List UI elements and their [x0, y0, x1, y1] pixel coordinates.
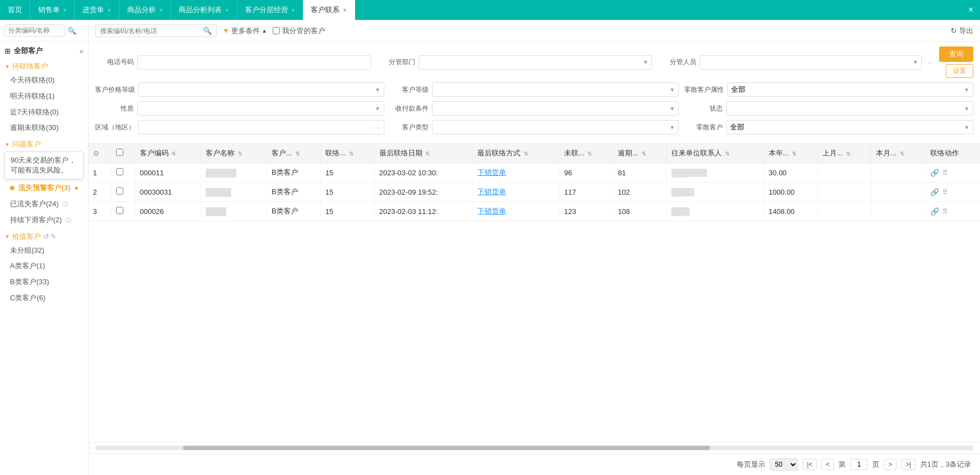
action-link-icon-2[interactable]: 🔗 — [930, 207, 939, 216]
cell-checkbox-1[interactable] — [111, 182, 135, 202]
th-this-month[interactable]: 本月... ⇅ — [872, 144, 925, 163]
action-more-icon-1[interactable]: ⠿ — [942, 188, 948, 196]
th-last-contact-date[interactable]: 最后联络日期 ⇅ — [374, 144, 473, 163]
sidebar-item-c-class[interactable]: C类客户(6) — [0, 290, 88, 306]
filter-zero-customer-select[interactable]: 全部 ▼ — [726, 120, 973, 134]
last-page-button[interactable]: >| — [901, 459, 915, 470]
tab-analysis-list[interactable]: 商品分析列表 × — [171, 0, 237, 20]
th-last-contact-type[interactable]: 最后联络方式 ⇅ — [473, 144, 560, 163]
sidebar-group-problem[interactable]: ▼ 问题客户 — [0, 136, 88, 150]
filter-phone-input[interactable] — [137, 55, 371, 70]
search-button[interactable]: 查询 — [939, 46, 973, 62]
sidebar-item-today-pending[interactable]: 今天待联络(0) — [0, 72, 88, 88]
action-more-icon-2[interactable]: ⠿ — [942, 207, 948, 216]
sidebar-search-icon[interactable]: 🔍 — [67, 27, 76, 35]
more-filter-label: 更多条件 — [231, 26, 260, 36]
sidebar-item-7day-pending[interactable]: 近7天待联络(0) — [0, 105, 88, 121]
next-page-button[interactable]: > — [884, 459, 896, 470]
filter-nature-select[interactable]: ▼ — [137, 101, 384, 116]
sidebar-item-tomorrow-pending[interactable]: 明天待联络(1) — [0, 88, 88, 105]
cell-last-type-2[interactable]: 下销货单 — [473, 202, 560, 221]
tab-customer-contact[interactable]: 客户联系 × — [303, 0, 355, 20]
row-checkbox-1[interactable] — [116, 187, 123, 195]
export-button[interactable]: ↻ 导出 — [951, 26, 973, 36]
th-overdue[interactable]: 逾期... ⇅ — [613, 144, 667, 163]
search-bar: 🔍 ▼ 更多条件 ▲ 我分管的客户 ↻ 导出 — [88, 20, 980, 42]
filter-price-level-field: 客户价格等级 ▼ — [95, 82, 384, 97]
search-input[interactable] — [100, 27, 203, 35]
more-filter-button[interactable]: ▼ 更多条件 ▲ — [222, 26, 267, 36]
tab-customer-layer-close[interactable]: × — [291, 7, 295, 13]
th-level[interactable]: 客户... ⇅ — [267, 144, 321, 163]
my-customer-checkbox[interactable] — [273, 27, 280, 34]
th-name[interactable]: 客户名称 ⇅ — [201, 144, 267, 163]
tab-sales[interactable]: 销售单 × — [30, 0, 75, 20]
tab-customer-layer[interactable]: 客户分层经营 × — [237, 0, 303, 20]
action-link-icon-0[interactable]: 🔗 — [930, 169, 939, 177]
action-link-icon-1[interactable]: 🔗 — [930, 188, 939, 196]
filter-payment-select[interactable]: ▼ — [432, 101, 679, 116]
settings-button[interactable]: 设置 — [946, 64, 973, 78]
th-contact-count[interactable]: 联络... ⇅ — [321, 144, 374, 163]
per-page-select[interactable]: 50 100 200 — [770, 458, 798, 471]
sidebar-search-input[interactable] — [4, 24, 65, 36]
filter-dept-select[interactable]: ▼ — [419, 55, 653, 70]
value-edit-icon[interactable]: ✎ — [50, 232, 56, 241]
sidebar-item-b-class[interactable]: B类客户(33) — [0, 274, 88, 290]
sidebar-item-ungroup[interactable]: 未分组(32) — [0, 243, 88, 259]
tab-sales-close[interactable]: × — [63, 7, 66, 13]
filter-area-select[interactable]: ··· — [138, 120, 384, 134]
filter-status-select[interactable]: ▼ — [726, 101, 973, 116]
filter-person-select[interactable]: ▼ — [700, 55, 922, 70]
value-refresh-icon[interactable]: ↺ — [43, 232, 49, 241]
last-type-link-2[interactable]: 下销货单 — [477, 207, 506, 215]
select-all-checkbox[interactable] — [116, 149, 123, 156]
sidebar-group-value[interactable]: ▼ 价值客户 ↺ ✎ — [0, 228, 88, 243]
sidebar-item-churned[interactable]: 已流失客户(24) ⓘ — [0, 196, 88, 212]
tab-home[interactable]: 首页 — [0, 0, 30, 20]
last-type-link-0[interactable]: 下销货单 — [477, 168, 506, 176]
row-checkbox-0[interactable] — [116, 168, 123, 175]
th-code[interactable]: 客户编码 ⇅ — [135, 144, 201, 163]
sidebar-all-customers[interactable]: ⊞ 全部客户 « — [0, 41, 88, 58]
window-close-button[interactable]: × — [968, 5, 980, 15]
tab-analysis[interactable]: 商品分析 × — [119, 0, 171, 20]
cell-last-type-0[interactable]: 下销货单 — [473, 163, 560, 182]
table-settings-icon[interactable]: ⚙ — [93, 149, 100, 158]
filter-zero-attr-select[interactable]: 全部 ▼ — [727, 82, 973, 97]
person-dots-icon[interactable]: ··· — [927, 58, 934, 66]
page-input[interactable] — [850, 459, 868, 470]
filter-type-select[interactable]: ▼ — [432, 120, 679, 134]
cell-checkbox-2[interactable] — [111, 202, 135, 221]
sidebar-item-overdue-pending[interactable]: 逾期未联络(30) — [0, 120, 88, 136]
th-this-year[interactable]: 本年... ⇅ — [764, 144, 817, 163]
row-checkbox-2[interactable] — [116, 207, 123, 214]
tab-purchase[interactable]: 进货单 × — [75, 0, 119, 20]
horizontal-scrollbar[interactable] — [88, 442, 980, 453]
th-contact-person[interactable]: 往来单位联系人 ⇅ — [667, 144, 764, 163]
filter-level-select[interactable]: ▼ — [432, 82, 679, 97]
th-no-contact[interactable]: 未联... ⇅ — [559, 144, 613, 163]
cell-checkbox-0[interactable] — [111, 163, 135, 182]
area-dots-icon[interactable]: ··· — [374, 123, 380, 132]
search-icon[interactable]: 🔍 — [203, 27, 212, 35]
sidebar: 🔍 ⊞ 全部客户 « ▼ 待联络客户 今天待联络(0) 明天待联络(1) 近7天… — [0, 20, 88, 475]
cell-last-type-1[interactable]: 下销货单 — [473, 182, 560, 202]
sidebar-item-churn-warning[interactable]: 流失预警客户(3) ● — [0, 180, 88, 196]
filter-price-level-select[interactable]: ▼ — [138, 82, 384, 97]
tab-purchase-close[interactable]: × — [107, 7, 111, 13]
tab-analysis-list-close[interactable]: × — [225, 7, 228, 13]
first-page-button[interactable]: |< — [802, 459, 817, 470]
sidebar-collapse-icon[interactable]: « — [80, 47, 84, 55]
sidebar-item-a-class[interactable]: A类客户(1) — [0, 258, 88, 274]
last-type-link-1[interactable]: 下销货单 — [477, 187, 506, 196]
cell-contact-count-0: 15 — [321, 163, 374, 182]
export-icon: ↻ — [951, 27, 957, 35]
sidebar-group-pending[interactable]: ▼ 待联络客户 — [0, 58, 88, 72]
th-last-month[interactable]: 上月... ⇅ — [818, 144, 872, 163]
tab-analysis-close[interactable]: × — [159, 7, 163, 13]
tab-customer-contact-close[interactable]: × — [343, 7, 346, 13]
prev-page-button[interactable]: < — [821, 459, 834, 470]
sidebar-item-declining[interactable]: 持续下滑客户(2) ⓘ — [0, 212, 88, 228]
action-more-icon-0[interactable]: ⠿ — [942, 169, 948, 177]
